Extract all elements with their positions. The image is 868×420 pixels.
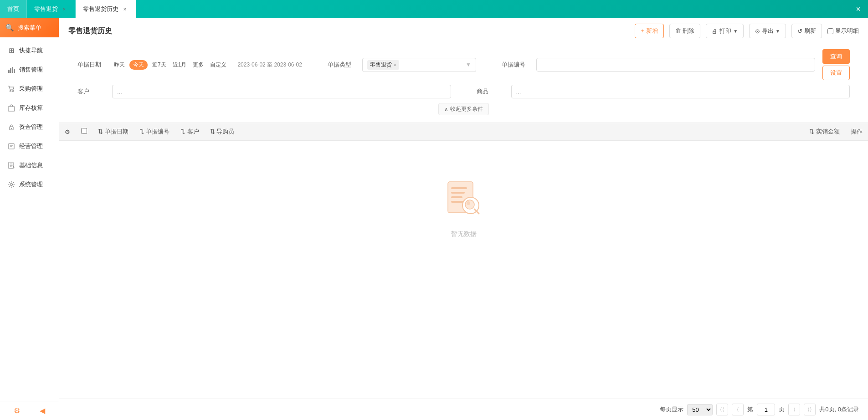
sidebar-search[interactable]: 🔍 搜索菜单 (0, 18, 59, 37)
pagination-last-btn[interactable]: ⟩⟩ (804, 404, 816, 415)
number-filter-input[interactable] (536, 58, 815, 72)
sidebar-item-system-mgmt[interactable]: 系统管理 (0, 175, 59, 194)
date-more[interactable]: 更多 (191, 60, 205, 70)
pagination: 每页显示 20 50 100 200 ⟨⟨ ⟨ 第 页 ⟩ ⟩⟩ 共0页, 0条… (59, 399, 868, 420)
delete-btn[interactable]: 🗑 删除 (669, 24, 701, 38)
type-filter-label: 单据类型 (328, 61, 355, 69)
type-select-chevron: ▼ (466, 61, 471, 68)
pagination-page-suffix: 页 (779, 405, 785, 414)
sidebar-item-inventory-label: 库存核算 (19, 104, 43, 112)
finance-icon (7, 123, 15, 131)
th-guide-label: ⇅ 导购员 (210, 128, 235, 135)
tab-retail-return-history[interactable]: 零售退货历史 × (76, 0, 136, 18)
select-all-checkbox[interactable] (81, 128, 87, 134)
customer-filter-input[interactable] (112, 85, 451, 98)
svg-rect-14 (451, 192, 465, 194)
tab-retail-return-label: 零售退货 (34, 5, 58, 13)
sidebar-item-inventory[interactable]: 库存核算 (0, 98, 59, 118)
show-detail-checkbox-label[interactable]: 显示明细 (827, 27, 859, 35)
date-1month[interactable]: 近1月 (171, 60, 189, 70)
th-settings[interactable]: ⚙ (59, 123, 76, 141)
new-btn[interactable]: + 新增 (635, 24, 663, 38)
svg-rect-13 (451, 187, 467, 189)
sidebar-item-basic-info-label: 基础信息 (19, 161, 43, 169)
date-7days[interactable]: 近7天 (150, 60, 168, 70)
toolbar: + 新增 🗑 删除 🖨 🖨 打印 打印 ▼ ⊙ 导出 ▼ ↺ ↺ 刷新 (635, 24, 859, 38)
pagination-first-btn[interactable]: ⟨⟨ (716, 404, 728, 415)
basic-info-icon (7, 161, 15, 169)
sales-mgmt-icon (7, 66, 15, 74)
show-detail-checkbox[interactable] (827, 28, 833, 34)
date-custom[interactable]: 自定义 (208, 60, 228, 70)
svg-rect-1 (10, 68, 11, 73)
filter-row-2: 客户 商品 (77, 85, 850, 98)
sidebar-item-quick-nav[interactable]: ⊞ 快捷导航 (0, 41, 59, 60)
sidebar-item-purchase-mgmt[interactable]: 采购管理 (0, 79, 59, 98)
th-actions: 操作 (845, 123, 868, 141)
th-amount[interactable]: ⇅ 实销金额 (804, 123, 845, 141)
goods-filter-input[interactable] (511, 85, 850, 98)
svg-point-5 (13, 91, 14, 92)
tab-retail-return-history-label: 零售退货历史 (83, 5, 118, 13)
page-title: 零售退货历史 (68, 26, 112, 36)
svg-rect-16 (451, 201, 464, 203)
window-close-btn[interactable]: × (848, 5, 868, 14)
page-title-row: 零售退货历史 + 新增 🗑 删除 🖨 🖨 打印 打印 ▼ ⊙ 导出 ▼ ↺ (68, 24, 859, 38)
date-yesterday[interactable]: 昨天 (112, 60, 127, 70)
th-customer-label: ⇅ 客户 (180, 128, 199, 135)
table-settings-icon[interactable]: ⚙ (65, 128, 70, 135)
sidebar-bottom: ⚙ ◀ (0, 401, 59, 420)
sidebar: 🔍 搜索菜单 ⊞ 快捷导航 销售管理 采购管理 (0, 18, 59, 420)
date-shortcuts: 昨天 今天 近7天 近1月 更多 自定义 (112, 60, 228, 70)
svg-rect-2 (12, 67, 13, 73)
th-number[interactable]: ⇅ 单据编号 (134, 123, 175, 141)
sidebar-collapse-btn[interactable]: ◀ (36, 405, 49, 417)
per-page-select[interactable]: 20 50 100 200 (687, 404, 713, 415)
th-checkbox[interactable] (76, 123, 92, 141)
svg-point-11 (10, 184, 13, 186)
th-customer[interactable]: ⇅ 客户 (175, 123, 205, 141)
th-date[interactable]: ⇅ 单据日期 (92, 123, 134, 141)
sidebar-item-quick-nav-label: 快捷导航 (19, 46, 43, 55)
customer-filter-label: 客户 (77, 87, 105, 96)
type-filter-select[interactable]: 零售退货 × ▼ (362, 58, 476, 72)
sidebar-item-finance[interactable]: 资金管理 (0, 118, 59, 137)
th-spacer (240, 123, 804, 141)
pagination-next-btn[interactable]: ⟩ (788, 404, 800, 415)
sidebar-item-purchase-label: 采购管理 (19, 85, 43, 93)
pagination-prev-btn[interactable]: ⟨ (732, 404, 744, 415)
table-container: ⚙ ⇅ 单据日期 ⇅ 单据编号 ⇅ 客户 (59, 123, 868, 399)
export-btn[interactable]: ⊙ 导出 ▼ (749, 24, 786, 38)
purchase-mgmt-icon (7, 85, 15, 93)
tab-list: 首页 零售退货 × 零售退货历史 × (0, 0, 848, 18)
th-date-label: ⇅ 单据日期 (98, 128, 128, 135)
main-layout: 🔍 搜索菜单 ⊞ 快捷导航 销售管理 采购管理 (0, 18, 868, 420)
data-table: ⚙ ⇅ 单据日期 ⇅ 单据编号 ⇅ 客户 (59, 123, 868, 141)
svg-point-4 (10, 91, 11, 92)
inventory-icon (7, 104, 15, 112)
query-btn[interactable]: 查询 (822, 49, 850, 64)
tab-retail-return-close[interactable]: × (61, 5, 68, 13)
tab-retail-return[interactable]: 零售退货 × (27, 0, 76, 18)
svg-point-20 (467, 201, 470, 205)
svg-rect-6 (8, 107, 15, 111)
pagination-page-input[interactable] (757, 404, 775, 415)
svg-point-8 (11, 128, 12, 129)
collapse-btn[interactable]: ∧ 收起更多条件 (438, 103, 489, 115)
pagination-total: 共0页, 0条记录 (819, 405, 859, 414)
th-guide[interactable]: ⇅ 导购员 (205, 123, 240, 141)
type-filter-tag-close[interactable]: × (394, 62, 396, 67)
system-mgmt-icon (7, 180, 15, 189)
sidebar-item-sales-mgmt[interactable]: 销售管理 (0, 60, 59, 79)
date-today[interactable]: 今天 (129, 60, 148, 70)
print-btn[interactable]: 🖨 🖨 打印 打印 ▼ (706, 24, 744, 38)
tab-retail-return-history-close[interactable]: × (121, 5, 128, 13)
content-area: 零售退货历史 + 新增 🗑 删除 🖨 🖨 打印 打印 ▼ ⊙ 导出 ▼ ↺ (59, 18, 868, 420)
settings-btn[interactable]: 设置 (822, 66, 850, 80)
tab-home[interactable]: 首页 (0, 0, 27, 18)
svg-rect-15 (451, 196, 462, 198)
sidebar-item-basic-info[interactable]: 基础信息 (0, 156, 59, 175)
sidebar-item-operation[interactable]: 经营管理 (0, 137, 59, 156)
refresh-btn[interactable]: ↺ ↺ 刷新 刷新 (791, 24, 822, 38)
sidebar-settings-btn[interactable]: ⚙ (10, 405, 24, 417)
